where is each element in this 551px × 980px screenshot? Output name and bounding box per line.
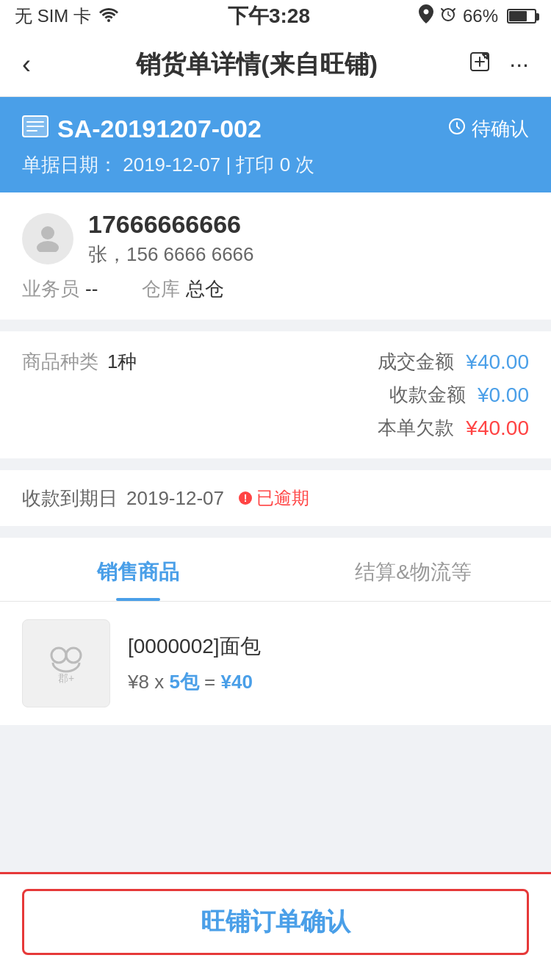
salesman-label: 业务员 [22, 276, 79, 302]
receipt-amount-row: 收款金额 ¥0.00 [389, 382, 529, 408]
category-label: 商品种类 [22, 349, 98, 375]
debt-value: ¥40.00 [466, 417, 529, 440]
avatar [22, 213, 73, 264]
wifi-icon [98, 6, 119, 26]
deal-value: ¥40.00 [466, 350, 529, 374]
customer-info: 17666666666 张，156 6666 6666 [88, 210, 254, 267]
summary-left: 商品种类 1种 [22, 349, 137, 375]
quantity-value: 5包 [169, 671, 198, 693]
product-price: ¥8 x 5包 = ¥40 [128, 669, 529, 695]
page-title: 销货单详情(来自旺铺) [46, 48, 468, 82]
order-id-text: SA-20191207-002 [57, 115, 262, 143]
product-thumb-logo: 郡+ [40, 635, 92, 692]
tab-sales-label: 销售商品 [97, 561, 179, 583]
receipt-value: ¥0.00 [478, 383, 529, 407]
time-display: 下午3:28 [228, 2, 310, 30]
location-icon [419, 4, 433, 28]
salesman-value: -- [85, 278, 98, 300]
equals-sign: = [204, 671, 215, 693]
deal-amount-row: 成交金额 ¥40.00 [378, 349, 529, 375]
deal-label: 成交金额 [378, 349, 454, 375]
warehouse-value: 总仓 [186, 276, 224, 302]
due-date-value: 2019-12-07 [126, 487, 224, 510]
due-date-label: 收款到期日 [22, 486, 118, 511]
product-details: [0000002]面包 ¥8 x 5包 = ¥40 [128, 633, 529, 695]
order-status: 待确认 [448, 116, 529, 142]
confirm-order-button[interactable]: 旺铺订单确认 [22, 889, 529, 955]
price-value: ¥8 [128, 671, 149, 693]
tab-settlement[interactable]: 结算&物流等 [276, 538, 551, 601]
total-value: ¥40 [221, 671, 253, 693]
tabs-section: 销售商品 结算&物流等 郡+ [0000002]面包 ¥8 x 5包 [0, 538, 551, 725]
svg-text:郡+: 郡+ [58, 672, 74, 684]
date-value: 2019-12-07 [123, 154, 220, 176]
product-name: [0000002]面包 [128, 633, 529, 660]
confirm-button-wrap: 旺铺订单确认 [0, 872, 551, 980]
debt-label: 本单欠款 [378, 415, 454, 441]
debt-amount-row: 本单欠款 ¥40.00 [378, 415, 529, 441]
customer-phone: 17666666666 [88, 210, 254, 239]
tabs-header: 销售商品 结算&物流等 [0, 538, 551, 602]
status-text: 待确认 [472, 116, 529, 142]
customer-name: 张，156 6666 6666 [88, 242, 254, 267]
svg-point-10 [66, 648, 81, 663]
alarm-icon [439, 5, 457, 27]
status-left: 无 SIM 卡 [15, 4, 119, 28]
warehouse-label: 仓库 [142, 276, 180, 302]
summary-section: 商品种类 1种 成交金额 ¥40.00 收款金额 ¥0.00 本单欠款 ¥40.… [0, 331, 551, 458]
product-thumbnail: 郡+ [22, 619, 110, 707]
status-right: 66% [419, 4, 536, 28]
avatar-icon [32, 220, 64, 259]
order-date-row: 单据日期： 2019-12-07 | 打印 0 次 [22, 152, 529, 178]
nav-actions: ··· [468, 50, 529, 79]
tab-settlement-label: 结算&物流等 [355, 561, 472, 583]
tab-sales-products[interactable]: 销售商品 [0, 538, 276, 601]
warehouse-item: 仓库 总仓 [142, 276, 224, 302]
category-row: 商品种类 1种 [22, 349, 137, 375]
receipt-label: 收款金额 [389, 382, 466, 408]
svg-point-8 [37, 241, 59, 252]
category-value: 1种 [107, 349, 137, 375]
order-icon [22, 115, 48, 143]
status-bar: 无 SIM 卡 下午3:28 66% [0, 0, 551, 32]
customer-meta-row: 业务员 -- 仓库 总仓 [22, 276, 529, 302]
salesman-item: 业务员 -- [22, 276, 98, 302]
carrier-text: 无 SIM 卡 [15, 4, 91, 28]
print-info: | 打印 0 次 [226, 154, 314, 176]
customer-section: 17666666666 张，156 6666 6666 业务员 -- 仓库 总仓 [0, 192, 551, 320]
clock-icon [448, 118, 466, 140]
battery-text: 66% [463, 6, 498, 26]
back-button[interactable]: ‹ [22, 49, 31, 80]
date-label: 单据日期： [22, 154, 118, 176]
nav-bar: ‹ 销货单详情(来自旺铺) ··· [0, 32, 551, 97]
overdue-text: 已逾期 [256, 486, 309, 510]
order-header: SA-20191207-002 待确认 单据日期： 2019-12-07 | 打… [0, 97, 551, 192]
summary-right: 成交金额 ¥40.00 收款金额 ¥0.00 本单欠款 ¥40.00 [378, 349, 529, 441]
more-button[interactable]: ··· [509, 51, 529, 78]
multiply-sign: x [154, 671, 164, 693]
svg-point-9 [51, 648, 66, 663]
overdue-icon: ! [239, 491, 252, 505]
overdue-badge: ! 已逾期 [233, 485, 315, 511]
due-date-section: 收款到期日 2019-12-07 ! 已逾期 [0, 470, 551, 526]
order-id-row: SA-20191207-002 [22, 115, 262, 143]
share-button[interactable] [468, 50, 491, 79]
battery-icon [507, 9, 536, 24]
svg-point-7 [41, 226, 54, 239]
product-item: 郡+ [0000002]面包 ¥8 x 5包 = ¥40 [0, 602, 551, 725]
